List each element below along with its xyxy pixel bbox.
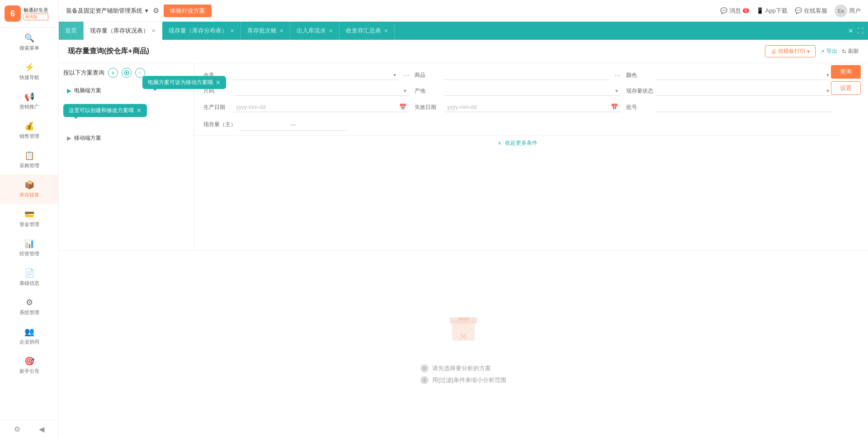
tab-inventory-status[interactable]: 现存量（库存状况表） ✕ (84, 22, 162, 40)
filter-field-color: 颜色 ▾ (626, 71, 832, 80)
origin-select[interactable]: ▾ (444, 86, 620, 96)
user-button[interactable]: Ea 用户 (835, 5, 861, 17)
expire-date-placeholder: yyyy-mm-dd (447, 104, 476, 110)
sidebar-item-system[interactable]: ⚙ 系统管理 (0, 292, 58, 321)
settings-icon[interactable]: ⚙ (153, 6, 159, 15)
tabs-close-all-icon[interactable]: ✕ (848, 27, 854, 34)
search-button[interactable]: 查询 (831, 65, 861, 79)
tab-summary[interactable]: 收发存汇总表 ✕ (340, 22, 395, 40)
chevron-down-icon: ▾ (393, 72, 396, 78)
tab-close-icon[interactable]: ✕ (279, 28, 283, 34)
expire-date-input[interactable]: yyyy-mm-dd 📅 (444, 102, 620, 112)
scheme-list: ▶ 电脑端方案 这里可以创建和修改方案哦 ✕ ▶ 移动端方案 (63, 85, 189, 144)
export-icon: ↗ (820, 48, 825, 55)
tab-label: 首页 (65, 27, 77, 35)
sidebar-item-enterprise[interactable]: 👥 企业协同 (0, 321, 58, 351)
expire-date-label: 失效日期 (415, 104, 442, 111)
app-edition: 标准版 (24, 14, 48, 20)
online-support-button[interactable]: 💬 在线客服 (795, 7, 827, 15)
prod-date-start[interactable]: yyyy-mm-dd 📅 (233, 102, 409, 112)
tooltip-close-icon[interactable]: ✕ (216, 79, 221, 86)
scheme-group-label: 电脑端方案 (74, 87, 101, 94)
sidebar-item-guide[interactable]: 🎯 新手引导 (0, 351, 58, 380)
stock-status-label: 现存量状态 (626, 87, 653, 95)
tooltip-pc-scheme: 电脑方案可设为移动方案哦 ✕ (142, 76, 226, 89)
tab-close-icon[interactable]: ✕ (329, 28, 333, 34)
sidebar-item-marketing[interactable]: 📢 营销推广 (0, 86, 58, 116)
scheme-group-mobile-header[interactable]: ▶ 移动端方案 (63, 132, 189, 144)
refresh-button[interactable]: ↻ 刷新 (842, 47, 859, 55)
filter-row-3: 生产日期 yyyy-mm-dd 📅 失效日期 yyyy-mm-dd 📅 (203, 102, 832, 112)
sidebar-item-purchase[interactable]: 📋 采购管理 (0, 145, 58, 174)
sidebar-item-inventory[interactable]: 📦 库存核算 (0, 174, 58, 204)
collapse-sidebar-icon[interactable]: ◀ (39, 425, 44, 433)
sidebar-item-label: 企业协同 (19, 339, 39, 345)
enterprise-icon: 👥 (24, 327, 34, 337)
chevron-icon: ▶ (67, 87, 71, 94)
add-scheme-button[interactable]: + (108, 68, 118, 78)
chevron-icon: ▶ (67, 135, 71, 141)
tabs-maximize-icon[interactable]: ⛶ (857, 27, 863, 34)
sidebar-item-label: 采购管理 (19, 162, 39, 169)
sidebar-item-label: 基础信息 (19, 280, 39, 287)
industry-button[interactable]: 体验行业方案 (164, 5, 212, 17)
tab-in-out-flow[interactable]: 出入库流水 ✕ (290, 22, 340, 40)
sales-icon: 💰 (24, 121, 34, 131)
chevron-down-icon: ▾ (826, 72, 829, 78)
sidebar-item-search[interactable]: 🔍 搜索菜单 (0, 28, 58, 57)
collapse-bar[interactable]: ∧ 收起更多条件 (194, 135, 841, 151)
stock-qty-start[interactable] (242, 120, 288, 129)
message-badge: 6 (743, 8, 749, 13)
size-select[interactable]: ▾ (233, 86, 409, 96)
tooltip-edit-scheme: 这里可以创建和修改方案哦 ✕ (63, 104, 147, 117)
app-name: 畅通好生意 (24, 7, 48, 14)
print-button[interactable]: 🖨 按模板打印 ▾ (765, 45, 816, 57)
export-button[interactable]: ↗ 导出 (820, 47, 837, 55)
tab-label: 收发存汇总表 (346, 27, 381, 35)
warehouse-more-icon[interactable]: ··· (403, 71, 409, 80)
stock-status-select[interactable]: ▾ (656, 86, 832, 96)
filter-field-origin: 产地 ▾ (415, 86, 620, 96)
color-select[interactable]: ▾ (656, 71, 832, 80)
sidebar-item-sales[interactable]: 💰 销售管理 (0, 116, 58, 145)
sidebar-item-operations[interactable]: 📊 经营管理 (0, 233, 58, 263)
sidebar-item-nav[interactable]: ⚡ 快捷导航 (0, 57, 58, 86)
goods-input[interactable] (444, 71, 610, 80)
sidebar-item-basic-info[interactable]: 📄 基础信息 (0, 263, 58, 292)
tooltip-close-icon[interactable]: ✕ (137, 107, 142, 114)
filter-row-2: 尺码 ▾ 产地 ▾ (203, 86, 832, 96)
warehouse-select[interactable]: ▾ (233, 71, 399, 80)
guide-icon: 🎯 (24, 356, 34, 366)
batch-input[interactable] (656, 103, 832, 112)
edit-scheme-button[interactable] (122, 68, 132, 78)
sidebar-item-finance[interactable]: 💳 资金管理 (0, 204, 58, 233)
tab-inventory-distribution[interactable]: 现存量（库存分布表） ✕ (162, 22, 241, 40)
chevron-down-icon: ▾ (615, 88, 618, 94)
stock-qty-end[interactable] (299, 120, 344, 129)
system-selector[interactable]: 装备及固定资产辅助管理系统 ▾ (66, 7, 148, 15)
tab-batch-account[interactable]: 库存批次账 ✕ (241, 22, 290, 40)
main-area: 装备及固定资产辅助管理系统 ▾ ⚙ 体验行业方案 💬 消息 6 📱 App下载 … (59, 0, 868, 438)
settings-bottom-icon[interactable]: ⚙ (14, 425, 20, 433)
sidebar-bottom: ⚙ ◀ (0, 420, 58, 438)
tab-home[interactable]: 首页 (59, 22, 84, 40)
print-icon: 🖨 (771, 48, 776, 55)
header-left: 装备及固定资产辅助管理系统 ▾ ⚙ 体验行业方案 (66, 5, 212, 17)
basic-info-icon: 📄 (24, 268, 34, 278)
tab-close-icon[interactable]: ✕ (151, 28, 156, 34)
message-button[interactable]: 💬 消息 6 (720, 7, 749, 15)
svg-rect-4 (458, 317, 469, 320)
sidebar-item-label: 销售管理 (19, 133, 39, 140)
app-download-button[interactable]: 📱 App下载 (756, 7, 788, 15)
goods-more-icon[interactable]: ··· (614, 71, 620, 80)
calendar-icon[interactable]: 📅 (611, 104, 618, 110)
reset-button[interactable]: 设置 (831, 81, 861, 95)
calendar-icon[interactable]: 📅 (399, 104, 406, 110)
page-header: 现存量查询(按仓库+商品) 🖨 按模板打印 ▾ ↗ 导出 ↻ 刷新 (59, 40, 868, 63)
svg-point-1 (126, 72, 127, 74)
tab-close-icon[interactable]: ✕ (230, 28, 234, 34)
step-number: ① (420, 364, 429, 372)
color-label: 颜色 (626, 71, 653, 79)
tab-close-icon[interactable]: ✕ (384, 28, 388, 34)
page-header-actions: 🖨 按模板打印 ▾ ↗ 导出 ↻ 刷新 (765, 45, 859, 57)
